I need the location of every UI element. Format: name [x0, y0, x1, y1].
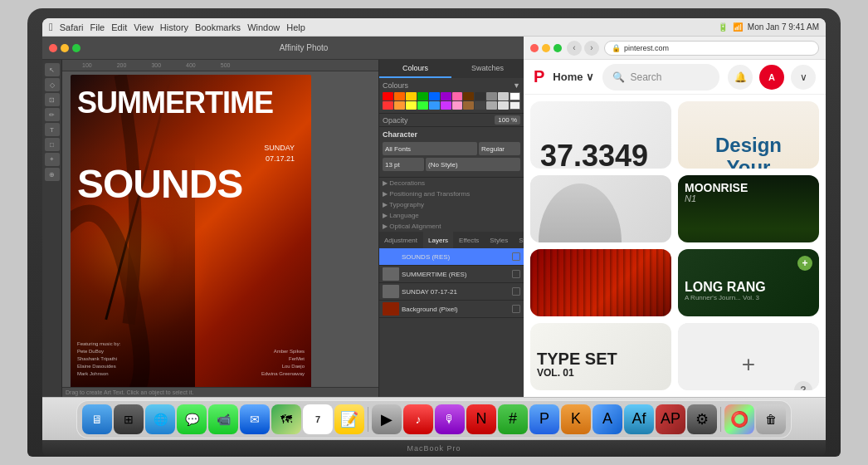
plus-badge[interactable]: +	[797, 256, 812, 271]
selection-tool-icon[interactable]: ↖	[45, 63, 60, 76]
font-size-input[interactable]: 13 pt	[383, 158, 424, 171]
dock-icon-appstore[interactable]: A	[592, 404, 622, 434]
swatch-12[interactable]	[498, 101, 509, 110]
swatch-blue[interactable]	[429, 92, 440, 100]
no-style-input[interactable]: (No Style)	[426, 158, 520, 171]
dock-icon-facetime[interactable]: 📹	[208, 404, 238, 434]
menu-window[interactable]: Window	[247, 22, 280, 32]
swatch-orange[interactable]	[394, 92, 405, 100]
pin-card-shirt[interactable]: DesignYourShirt	[678, 101, 819, 169]
swatch-gray[interactable]	[486, 92, 497, 100]
dock-icon-finder[interactable]: 🖥	[82, 404, 112, 434]
decorations-section[interactable]: ▶ Decorations	[379, 178, 524, 188]
font-style-input[interactable]: Regular	[479, 142, 520, 155]
pin-card-moonrise[interactable]: MOONRISE N1	[678, 175, 819, 242]
node-tool-icon[interactable]: ◇	[45, 78, 60, 91]
swatch-light[interactable]	[498, 92, 509, 100]
swatch-purple[interactable]	[441, 92, 451, 100]
layers-tab[interactable]: Layers	[423, 232, 453, 248]
menu-help[interactable]: Help	[286, 22, 305, 32]
styles-tab[interactable]: Styles	[485, 232, 513, 248]
zoom-tool-icon[interactable]: ⊕	[45, 168, 60, 181]
chevron-icon[interactable]: ∨	[791, 65, 816, 90]
dock-icon-affinity[interactable]: Af	[624, 404, 654, 434]
dock-icon-apple-tv[interactable]: ▶	[372, 404, 402, 434]
text-tool-icon[interactable]: T	[45, 123, 60, 136]
layer-item-bg[interactable]: Background (Pixel)	[379, 301, 524, 318]
browser-maximize-button[interactable]	[553, 44, 562, 52]
pin-card-longrange[interactable]: LONG RANG A Runner's Journ... Vol. 3 +	[678, 249, 819, 316]
swatch-13[interactable]	[510, 101, 520, 110]
layer-visibility-summertime[interactable]	[512, 270, 520, 278]
dock-icon-messages[interactable]: 💬	[177, 404, 207, 434]
layer-item-sounds[interactable]: SOUNDS (RES)	[379, 248, 524, 266]
swatch-5[interactable]	[417, 101, 428, 110]
layer-visibility-sounds[interactable]	[512, 252, 520, 261]
pinterest-logo[interactable]: P	[534, 67, 544, 86]
dock-icon-launchpad[interactable]: ⊞	[114, 404, 144, 434]
layer-visibility-bg[interactable]	[512, 305, 520, 313]
dock-icon-maps[interactable]: 🗺	[271, 404, 301, 434]
swatch-7[interactable]	[441, 101, 451, 110]
url-bar[interactable]: 🔒 pinterest.com	[604, 41, 819, 56]
swatch-11[interactable]	[486, 101, 497, 110]
pin-card-curtains[interactable]	[530, 249, 671, 316]
search-bar[interactable]: 🔍 Search	[602, 64, 719, 91]
swatch-red[interactable]	[383, 92, 393, 100]
layer-visibility-sunday[interactable]	[512, 287, 520, 296]
language-section[interactable]: ▶ Language	[379, 210, 524, 221]
swatch-10[interactable]	[475, 101, 485, 110]
apple-logo-icon[interactable]: 	[49, 21, 53, 33]
close-button[interactable]	[49, 44, 57, 52]
stock-tab[interactable]: Stock	[514, 232, 524, 248]
question-badge[interactable]: ?	[794, 381, 812, 390]
dock-icon-safari[interactable]: 🌐	[145, 404, 175, 434]
add-plus-icon[interactable]: +	[742, 351, 755, 378]
swatch-4[interactable]	[406, 101, 417, 110]
pin-card-numbers[interactable]: 37.3349 122	[530, 101, 671, 169]
maximize-button[interactable]	[72, 44, 80, 52]
alignment-section[interactable]: ▶ Optical Alignment	[379, 221, 524, 232]
swatches-tab[interactable]: Swatches	[451, 60, 524, 78]
adjustment-tab[interactable]: Adjustment	[379, 232, 422, 248]
swatch-white[interactable]	[510, 92, 520, 100]
colours-tab[interactable]: Colours	[379, 60, 451, 78]
typography-section[interactable]: ▶ Typography	[379, 199, 524, 210]
dock-icon-keynote[interactable]: K	[561, 404, 591, 434]
notifications-icon[interactable]: 🔔	[728, 65, 753, 90]
dock-icon-pages[interactable]: P	[529, 404, 559, 434]
home-dropdown[interactable]: Home ∨	[553, 71, 594, 83]
pin-card-volume[interactable]: Volu	[530, 175, 671, 242]
swatch-8[interactable]	[452, 101, 463, 110]
back-button[interactable]: ‹	[567, 41, 582, 56]
browser-close-button[interactable]	[530, 44, 539, 52]
dock-icon-trash[interactable]: 🗑	[756, 404, 786, 434]
opacity-value[interactable]: 100 %	[495, 115, 520, 125]
swatch-pink[interactable]	[452, 92, 463, 100]
menu-view[interactable]: View	[134, 22, 154, 32]
swatch-yellow[interactable]	[406, 92, 417, 100]
dock-icon-numbers[interactable]: #	[498, 404, 528, 434]
effects-tab[interactable]: Effects	[454, 232, 484, 248]
brush-tool-icon[interactable]: ✏	[45, 108, 60, 121]
swatch-6[interactable]	[429, 101, 440, 110]
dock-icon-podcasts[interactable]: 🎙	[435, 404, 465, 434]
pin-card-add[interactable]: + ?	[678, 323, 819, 390]
dock-icon-notes[interactable]: 📝	[334, 404, 364, 434]
crop-tool-icon[interactable]: ⊡	[45, 93, 60, 106]
pin-card-typeset[interactable]: TYPE SET VOL. 01	[530, 323, 671, 390]
pen-tool-icon[interactable]: ⌖	[45, 153, 60, 166]
swatch-2[interactable]	[383, 101, 393, 110]
forward-button[interactable]: ›	[584, 41, 599, 56]
menu-file[interactable]: File	[90, 22, 105, 32]
dock-icon-photos[interactable]: ⭕	[724, 404, 754, 434]
shape-tool-icon[interactable]: □	[45, 138, 60, 151]
browser-minimize-button[interactable]	[542, 44, 550, 52]
dock-icon-music[interactable]: ♪	[403, 404, 433, 434]
swatch-green[interactable]	[417, 92, 428, 100]
font-name-input[interactable]: All Fonts	[383, 142, 477, 155]
dock-icon-system[interactable]: ⚙	[687, 404, 717, 434]
menu-history[interactable]: History	[160, 22, 188, 32]
menu-edit[interactable]: Edit	[111, 22, 127, 32]
profile-icon[interactable]: A	[759, 65, 784, 90]
